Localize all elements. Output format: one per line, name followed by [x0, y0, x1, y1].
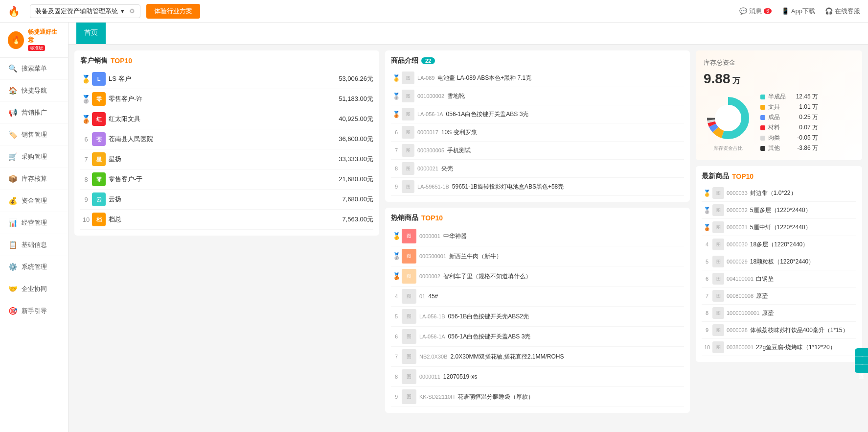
sidebar-item-quick-nav[interactable]: 🏠 快捷导航	[0, 80, 68, 102]
brand-badge: 标准版	[28, 45, 45, 51]
sidebar-operations-label: 经营管理	[22, 218, 47, 227]
newest-product-item: 6 图 004100001 白钢垫	[702, 270, 856, 288]
inventory-card: 库存总资金 9.88 万	[696, 50, 862, 160]
phone-icon: 📱	[781, 7, 789, 15]
newest-product-item: 7 图 000800008 原垄	[702, 288, 856, 305]
hot-product-item: 4 图 01 45#	[391, 287, 684, 307]
sidebar-search-label: 搜索菜单	[22, 64, 47, 73]
legend-item: 文具 1.01 万	[760, 103, 818, 111]
float-service-hotline[interactable]: 客服热线	[855, 348, 868, 357]
page-tabs: 首页	[69, 23, 868, 45]
app-logo: 🔥	[8, 5, 20, 17]
customer-rank-item: 8 零 零售客户-于 21,680.00元	[80, 169, 373, 190]
legend-item: 肉类 -0.05 万	[760, 134, 818, 142]
brand-name: 畅捷通好生意	[28, 28, 60, 44]
hot-product-item: 🥈 图 000500001 新西兰牛肉（新牛）	[391, 246, 684, 266]
sidebar-item-guide[interactable]: 🎯 新手引导	[0, 300, 68, 322]
online-service-btn[interactable]: 🎧 在线客服	[825, 7, 860, 16]
left-column: 客户销售 TOP10 🥇 L LS 客户 53,006.26元 🥈 零 零售客户…	[74, 50, 379, 413]
customer-rank-item: 9 云 云扬 7,680.00元	[80, 190, 373, 210]
inventory-unit: 万	[732, 76, 740, 86]
online-service-label: 在线客服	[835, 7, 860, 16]
sidebar-item-finance[interactable]: 💰 资金管理	[0, 190, 68, 212]
product-ranking-list-items: 🥇 图 LA-089 电池盖 LA-089 ABS本色+黑种 7.1克 🥈 图 …	[391, 69, 684, 196]
try-button[interactable]: 体验行业方案	[146, 4, 200, 19]
settings-icon[interactable]: ⚙	[129, 7, 135, 15]
donut-chart: 库存资金占比	[704, 94, 753, 152]
newest-product-item: 🥉 图 0000031 5厘中纤（1220*2440）	[702, 219, 856, 236]
sidebar-item-basic-info[interactable]: 📋 基础信息	[0, 234, 68, 256]
float-service: 客服热线 服务社区 直播	[855, 348, 868, 373]
customer-ranking-title: 客户销售 TOP10	[80, 56, 373, 65]
hot-product-item: 8 图 0000011 12070519-xs	[391, 367, 684, 387]
notification-btn[interactable]: 💬 消息 6	[739, 7, 772, 16]
basic-info-icon: 📋	[8, 240, 18, 250]
notification-badge: 6	[764, 8, 772, 14]
legend-item: 其他 -3.86 万	[760, 144, 818, 152]
customer-rank-item: 🥈 零 零售客户-许 51,183.00元	[80, 89, 373, 109]
dashboard: 客户销售 TOP10 🥇 L LS 客户 53,006.26元 🥈 零 零售客户…	[69, 45, 868, 419]
sidebar-marketing-label: 营销推广	[22, 108, 47, 117]
system-selector[interactable]: 装备及固定资产辅助管理系统 ▾ ⚙	[30, 4, 140, 18]
newest-product-item: 🥈 图 0000032 5厘多层（1220*2440）	[702, 202, 856, 219]
sidebar-enterprise-label: 企业协同	[22, 285, 47, 293]
app-download-btn[interactable]: 📱 App下载	[781, 7, 815, 16]
sidebar-item-operations[interactable]: 📊 经营管理	[0, 212, 68, 234]
newest-product-item: 🥇 图 0000033 封边带（1.0*22）	[702, 185, 856, 202]
sidebar-item-purchase[interactable]: 🛒 采购管理	[0, 146, 68, 168]
hot-product-item: 7 图 NB2.0X30B 2.0X30MM双搓花轴,搓花直径2.1MM/ROH…	[391, 347, 684, 367]
newest-products-title: 最新商品 TOP10	[702, 172, 856, 181]
header-right: 💬 消息 6 📱 App下载 🎧 在线客服	[739, 7, 860, 16]
purchase-icon: 🛒	[8, 152, 18, 162]
newest-product-item: 5 图 0000029 18颗粒板（1220*2440）	[702, 253, 856, 270]
hot-products-title: 热销商品 TOP10	[391, 214, 684, 222]
sales-icon: 🏷️	[8, 130, 18, 140]
newest-product-item: 9 图 0000028 体械荔枝味苏打饮品400毫升（1*15）	[702, 322, 856, 339]
sidebar-item-search[interactable]: 🔍 搜索菜单	[0, 58, 68, 80]
hot-product-item: 🥇 图 0000001 中华神器	[391, 226, 684, 246]
guide-icon: 🎯	[8, 306, 18, 316]
home-icon: 🏠	[8, 86, 18, 96]
newest-product-item: 10 图 003800001 22g鱼豆腐-烧烤味（1*12*20）	[702, 339, 856, 356]
dropdown-icon: ▾	[121, 7, 124, 15]
hot-product-item: 6 图 LA-056-1A 056-1A白色按键开关盖ABS 3壳	[391, 327, 684, 347]
inventory-title: 库存总资金	[704, 58, 854, 67]
newest-product-item: 4 图 0000030 18多层（1220*2440）	[702, 236, 856, 253]
newest-product-item: 8 图 10000100001 原垄	[702, 305, 856, 322]
top-header: 🔥 装备及固定资产辅助管理系统 ▾ ⚙ 体验行业方案 💬 消息 6 📱 App下…	[0, 0, 868, 23]
sidebar-quicknav-label: 快捷导航	[22, 86, 47, 95]
customer-ranking-list: 🥇 L LS 客户 53,006.26元 🥈 零 零售客户-许 51,183.0…	[80, 69, 373, 230]
newest-products-card: 最新商品 TOP10 🥇 图 0000033 封边带（1.0*22） 🥈 图 0…	[696, 166, 862, 362]
float-service-live[interactable]: 直播	[855, 365, 868, 373]
legend-item: 成品 0.25 万	[760, 113, 818, 121]
product-rank-item: 6 图 0000017 10S 变利罗浆	[391, 123, 684, 142]
headset-icon: 🎧	[825, 7, 833, 15]
sidebar-item-enterprise[interactable]: 🤝 企业协同	[0, 278, 68, 300]
enterprise-icon: 🤝	[8, 284, 18, 294]
sidebar-brand: 🔥 畅捷通好生意 标准版	[0, 23, 68, 58]
notification-label: 消息	[749, 7, 762, 16]
sidebar-item-sales[interactable]: 🏷️ 销售管理	[0, 124, 68, 146]
system-name: 装备及固定资产辅助管理系统	[35, 7, 118, 16]
sidebar-sales-label: 销售管理	[22, 130, 47, 139]
float-service-community[interactable]: 服务社区	[855, 357, 868, 365]
sidebar-purchase-label: 采购管理	[22, 152, 47, 161]
marketing-icon: 📢	[8, 108, 18, 118]
product-rank-item: 7 图 000800005 手机测试	[391, 142, 684, 160]
newest-products-list: 🥇 图 0000033 封边带（1.0*22） 🥈 图 0000032 5厘多层…	[702, 185, 856, 356]
sidebar-item-system[interactable]: ⚙️ 系统管理	[0, 256, 68, 278]
donut-legend: 半成品 12.45 万 文具 1.01 万 成品 0.25 万 材料 0.07 …	[760, 93, 818, 152]
main-content: 首页 客户销售 TOP10 🥇 L LS 客户 53,006.26元 🥈 零 零…	[69, 23, 868, 432]
sidebar-item-marketing[interactable]: 📢 营销推广	[0, 102, 68, 124]
legend-item: 材料 0.07 万	[760, 123, 818, 132]
sidebar-system-label: 系统管理	[22, 263, 47, 271]
tab-home[interactable]: 首页	[76, 23, 106, 44]
finance-icon: 💰	[8, 196, 18, 206]
hot-product-item: 🥉 图 0000002 智利车子里（规格不知道填什么）	[391, 266, 684, 287]
inventory-amount: 9.88	[704, 71, 731, 87]
brand-icon: 🔥	[8, 31, 24, 49]
product-rank-item: 9 图 LA-59651-1B 59651-1B旋转投影灯电池盒ABS黑色+58…	[391, 178, 684, 196]
sidebar-guide-label: 新手引导	[22, 307, 47, 315]
sidebar-item-inventory[interactable]: 📦 库存核算	[0, 168, 68, 190]
customer-rank-item: 10 档 档总 7,563.00元	[80, 210, 373, 230]
